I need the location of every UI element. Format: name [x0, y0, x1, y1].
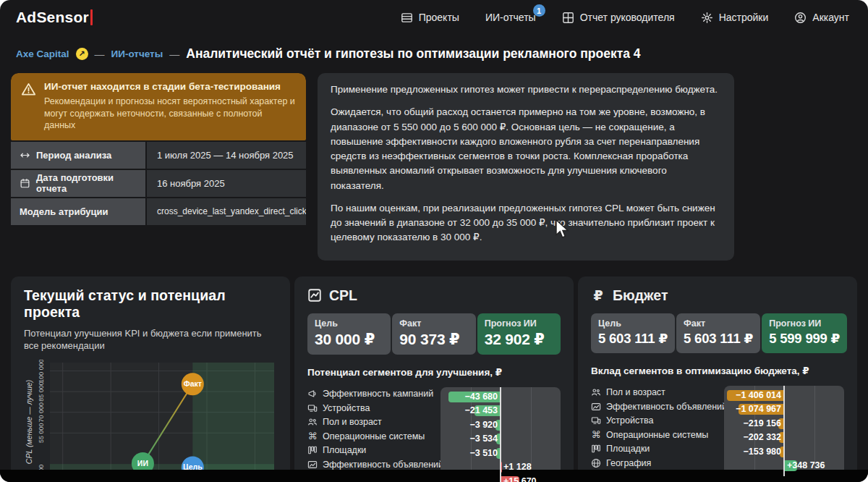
meta-value: 16 ноября 2025: [147, 170, 306, 197]
stat-прогноз-ии: Прогноз ИИ32 902 ₽: [477, 313, 561, 355]
segment-label: Устройства: [606, 415, 653, 426]
devices-icon: [591, 415, 601, 426]
nav-label: Настройки: [719, 12, 769, 23]
budget-segments-chart: Пол и возрастЭффективность объявленийУст…: [591, 386, 844, 482]
summary-paragraph: Применение предложенных гипотез может пр…: [331, 83, 721, 97]
segment-label: Эффективность кампаний: [323, 389, 433, 399]
bar-value: −202 332: [744, 432, 781, 443]
stat-value: 5 603 111 ₽: [684, 331, 753, 347]
segment-label: Площадки: [606, 444, 650, 454]
segment-row: Площадки: [307, 444, 435, 458]
segment-row: Эффективность объявлений: [591, 399, 718, 414]
page-title: Аналитический отчёт и гипотезы по оптими…: [186, 46, 640, 62]
meta-section: ИИ-отчет находится в стадии бета-тестиро…: [0, 70, 868, 261]
stat-label: Факт: [399, 318, 468, 329]
segment-labels: Пол и возрастЭффективность объявленийУст…: [591, 386, 718, 482]
nav-account[interactable]: Аккаунт: [794, 12, 849, 24]
logo-text: AdSensor: [16, 9, 89, 26]
budget-card: ₽ Бюджет Цель5 603 111 ₽Факт5 603 111 ₽П…: [578, 276, 857, 482]
ad-icon: [307, 460, 318, 470]
stat-label: Факт: [684, 318, 753, 329]
arrows-icon: [20, 150, 30, 161]
segment-label: Пол и возраст: [606, 387, 665, 397]
breadcrumb-separator: —: [169, 48, 179, 60]
notification-badge: 1: [533, 4, 545, 17]
breadcrumb-project-link[interactable]: Axe Capital: [16, 48, 69, 59]
bar-value: +348 736: [787, 460, 825, 471]
bar-chart-panel: −1 406 014−1 074 967−219 156−202 332−153…: [724, 386, 844, 476]
segment-row: Эффективность кампаний: [307, 387, 435, 402]
chart-icon: [307, 288, 322, 303]
user-icon: [794, 12, 807, 24]
stat-факт: Факт5 603 111 ₽: [676, 313, 760, 353]
svg-text:85 000: 85 000: [38, 381, 45, 402]
segment-label: География: [606, 458, 651, 468]
segment-row: Устройства: [591, 414, 718, 428]
yandex-icon: ↗: [76, 48, 88, 60]
bar-value: −153 980: [744, 447, 781, 457]
segment-row: Площадки: [591, 442, 718, 457]
cards-row: Текущий статус и потенциал проекта Потен…: [0, 276, 868, 482]
meta-label: Модель атрибуции: [11, 198, 145, 225]
summary-paragraph: Ожидается, что общий расход останется пр…: [331, 105, 721, 193]
bar-value: −43 680: [464, 392, 498, 402]
svg-text:55 000: 55 000: [38, 423, 45, 443]
status-card: Текущий статус и потенциал проекта Потен…: [11, 276, 290, 482]
table-icon: [401, 12, 413, 24]
stat-цель: Цель30 000 ₽: [307, 313, 391, 355]
warning-text: Рекомендации и прогнозы носят вероятност…: [44, 96, 296, 132]
nav-exec-report[interactable]: Отчет руководителя: [562, 12, 675, 24]
segment-label: Площадки: [323, 445, 366, 455]
stat-value: 5 599 999 ₽: [769, 331, 840, 347]
globe-icon: [591, 458, 601, 468]
status-scatter-chart: ФактИИЦель25 00055 00070 00085 000100 00…: [24, 352, 277, 482]
gear-icon: [701, 12, 713, 24]
meta-label: Период анализа: [11, 142, 145, 169]
command-icon: ⌘: [307, 431, 318, 441]
beta-warning-banner: ИИ-отчет находится в стадии бета-тестиро…: [11, 73, 306, 140]
segment-label: Эффективность объявлений: [323, 460, 443, 470]
meta-row: Период анализа1 июля 2025 — 14 ноября 20…: [11, 142, 306, 169]
warning-title: ИИ-отчет находится в стадии бета-тестиро…: [44, 81, 296, 92]
stat-label: Прогноз ИИ: [769, 318, 840, 329]
megaphone-icon: [307, 389, 318, 399]
segment-row: ⌘Операционные системы: [591, 428, 718, 442]
stat-value: 32 902 ₽: [485, 331, 553, 348]
meta-panel: ИИ-отчет находится в стадии бета-тестиро…: [11, 73, 306, 261]
ad-icon: [591, 402, 601, 412]
nav-settings[interactable]: Настройки: [701, 12, 769, 24]
logo[interactable]: AdSensor: [16, 9, 93, 26]
breadcrumb-section-link[interactable]: ИИ-отчеты: [111, 48, 163, 59]
svg-text:ИИ: ИИ: [137, 458, 148, 467]
cpl-segments-chart: Эффективность кампанийУстройстваПол и во…: [307, 387, 561, 482]
meta-table: Период анализа1 июля 2025 — 14 ноября 20…: [11, 142, 306, 225]
bar-value: −3 534: [469, 434, 498, 444]
meta-row: Модель атрибуцииcross_device_last_yandex…: [11, 198, 306, 225]
breadcrumb-separator: —: [95, 48, 105, 60]
platforms-icon: [307, 445, 318, 455]
nav-projects[interactable]: Проекты: [401, 12, 459, 24]
meta-label: Дата подготовки отчета: [11, 170, 145, 197]
budget-card-title: Бюджет: [613, 287, 668, 304]
nav-ai-reports[interactable]: ИИ-отчеты1: [485, 12, 536, 23]
bar-value: +15 670: [503, 476, 537, 482]
platforms-icon: [591, 444, 601, 454]
top-bar: AdSensor ПроектыИИ-отчеты1Отчет руководи…: [0, 0, 868, 35]
meta-value: cross_device_last_yandex_direct_click: [147, 198, 306, 225]
segment-label: Операционные системы: [606, 430, 708, 440]
devices-icon: [307, 403, 318, 413]
breadcrumb: Axe Capital ↗ — ИИ-отчеты — Аналитически…: [0, 35, 868, 70]
grid-icon: [562, 12, 574, 24]
bar-value: −3 510: [469, 448, 498, 459]
calendar-icon: [20, 178, 30, 189]
segment-label: Операционные системы: [323, 431, 425, 441]
segment-label: Устройства: [323, 403, 370, 413]
stat-value: 30 000 ₽: [315, 331, 383, 348]
stat-value: 90 373 ₽: [399, 331, 468, 348]
bar-value: +1 128: [503, 462, 532, 473]
stat-value: 5 603 111 ₽: [598, 331, 668, 347]
svg-text:Факт: Факт: [184, 379, 202, 388]
bar-value: −219 156: [744, 418, 781, 429]
bottom-bar: [0, 470, 868, 482]
stat-label: Цель: [315, 318, 383, 329]
